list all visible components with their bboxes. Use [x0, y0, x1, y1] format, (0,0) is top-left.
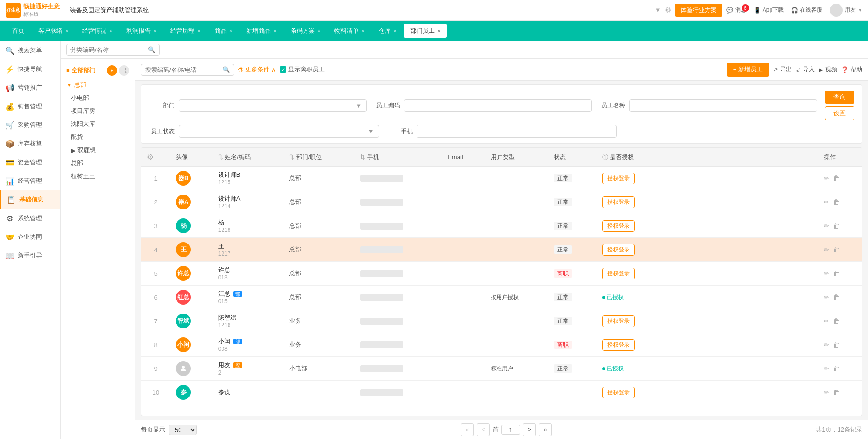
dropdown-arrow-icon[interactable]: ▼ — [655, 7, 661, 14]
sidebar-item-system[interactable]: ⚙ 系统管理 — [0, 209, 60, 228]
auth-login-button[interactable]: 授权登录 — [602, 196, 635, 208]
import-button[interactable]: ↙ 导入 — [796, 65, 815, 74]
dept-node-zongbu[interactable]: 总部 — [61, 157, 135, 170]
edit-icon[interactable]: ✏ — [824, 270, 829, 277]
edit-icon[interactable]: ✏ — [824, 365, 829, 372]
last-page-button[interactable]: » — [539, 423, 552, 436]
auth-login-button[interactable]: 授权登录 — [602, 220, 635, 232]
classify-search-icon[interactable]: 🔍 — [148, 46, 155, 53]
reset-button[interactable]: 设置 — [825, 106, 854, 120]
edit-icon[interactable]: ✏ — [824, 389, 829, 396]
more-filter-button[interactable]: ⚗ 更多条件 ∧ — [238, 65, 276, 74]
dept-node-shuanglu[interactable]: ▶ 双鹿想 — [61, 144, 135, 157]
delete-icon[interactable]: 🗑 — [833, 198, 840, 206]
auth-login-button[interactable]: 授权登录 — [602, 315, 635, 327]
delete-icon[interactable]: 🗑 — [833, 222, 840, 230]
sidebar-item-purchase[interactable]: 🛒 采购管理 — [0, 116, 60, 134]
dept-node-xiaodianzbu[interactable]: 小电部 — [61, 91, 135, 105]
sidebar-item-collab[interactable]: 🤝 企业协同 — [0, 228, 60, 246]
tab-goods[interactable]: 商品 × — [208, 24, 239, 38]
sidebar-item-finance[interactable]: 💳 资金管理 — [0, 153, 60, 172]
edit-icon[interactable]: ✏ — [824, 198, 829, 206]
per-page-select[interactable]: 50 100 — [169, 425, 197, 435]
delete-icon[interactable]: 🗑 — [833, 270, 840, 277]
tab-dept-staff[interactable]: 部门员工 × — [404, 24, 447, 38]
delete-icon[interactable]: 🗑 — [833, 317, 840, 325]
video-button[interactable]: ▶ 视频 — [819, 65, 837, 74]
query-button[interactable]: 查询 — [825, 91, 854, 104]
edit-icon[interactable]: ✏ — [824, 246, 829, 253]
first-page-button[interactable]: « — [461, 423, 474, 436]
edit-icon[interactable]: ✏ — [824, 341, 829, 348]
tab-barcode[interactable]: 条码方案 × — [284, 24, 327, 38]
next-page-button[interactable]: > — [523, 423, 536, 436]
dept-select[interactable]: ▼ — [179, 99, 367, 112]
tab-barcode-close[interactable]: × — [318, 28, 320, 34]
tab-warehouse[interactable]: 仓库 × — [372, 24, 403, 38]
auth-login-button[interactable]: 授权登录 — [602, 173, 635, 184]
main-search-input[interactable] — [145, 66, 220, 73]
tab-dept-staff-close[interactable]: × — [437, 28, 440, 34]
delete-icon[interactable]: 🗑 — [833, 341, 840, 348]
sidebar-item-quicknav[interactable]: ⚡ 快捷导航 — [0, 60, 60, 78]
tab-material[interactable]: 物料清单 × — [328, 24, 371, 38]
auth-login-button[interactable]: 授权登录 — [602, 339, 635, 351]
sidebar-item-business[interactable]: 📊 经营管理 — [0, 172, 60, 190]
sidebar-item-sales[interactable]: 💰 销售管理 — [0, 97, 60, 116]
sidebar-item-basic[interactable]: 📋 基础信息 — [0, 190, 60, 209]
auth-login-button[interactable]: 授权登录 — [602, 268, 635, 279]
tab-operation-close[interactable]: × — [109, 28, 112, 34]
export-button[interactable]: ↗ 导出 — [773, 65, 792, 74]
emp-code-input[interactable] — [404, 99, 592, 112]
add-employee-button[interactable]: + 新增员工 — [727, 63, 769, 77]
tab-goods-close[interactable]: × — [229, 28, 232, 34]
dept-collapse-button[interactable]: 《 — [119, 65, 129, 76]
tab-new-goods-close[interactable]: × — [273, 28, 276, 34]
dept-node-project[interactable]: 项目库房 — [61, 105, 135, 118]
sidebar-item-guide[interactable]: 📖 新手引导 — [0, 246, 60, 265]
tab-profit[interactable]: 利润报告 × — [120, 24, 163, 38]
settings-icon[interactable]: ⚙ — [665, 6, 671, 14]
emp-status-select[interactable]: ▼ — [179, 125, 379, 138]
tab-customer[interactable]: 客户联络 × — [32, 24, 75, 38]
delete-icon[interactable]: 🗑 — [833, 246, 840, 253]
dept-node-zongbu-parent[interactable]: ▼ 总部 — [61, 78, 135, 91]
delete-icon[interactable]: 🗑 — [833, 293, 840, 301]
edit-icon[interactable]: ✏ — [824, 222, 829, 230]
tab-journey-close[interactable]: × — [197, 28, 200, 34]
phone-input[interactable] — [417, 125, 617, 138]
tab-profit-close[interactable]: × — [153, 28, 156, 34]
show-resigned-checkbox[interactable]: ✓ 显示离职员工 — [280, 65, 325, 74]
page-number-input[interactable] — [501, 425, 520, 435]
tab-warehouse-close[interactable]: × — [394, 28, 396, 34]
user-menu[interactable]: 用友 ▼ — [830, 4, 862, 17]
delete-icon[interactable]: 🗑 — [833, 389, 840, 396]
tab-new-goods[interactable]: 新增商品 × — [240, 24, 283, 38]
main-search-icon[interactable]: 🔍 — [222, 66, 230, 73]
emp-name-input[interactable] — [629, 99, 817, 112]
dept-node-peihuo[interactable]: 配货 — [61, 131, 135, 144]
online-service-button[interactable]: 🎧 在线客服 — [791, 6, 822, 14]
delete-icon[interactable]: 🗑 — [833, 365, 840, 372]
tab-customer-close[interactable]: × — [65, 28, 68, 34]
dept-node-shenyang[interactable]: 沈阳大库 — [61, 118, 135, 131]
col-settings-icon[interactable]: ⚙ — [147, 153, 153, 161]
tab-material-close[interactable]: × — [361, 28, 364, 34]
auth-login-button[interactable]: 授权登录 — [602, 244, 635, 256]
classify-search-input[interactable] — [70, 46, 145, 53]
auth-login-button[interactable]: 授权登录 — [602, 387, 635, 398]
dept-node-zhishu[interactable]: 植树王三 — [61, 170, 135, 183]
experience-button[interactable]: 体验行业方案 — [675, 4, 722, 17]
edit-icon[interactable]: ✏ — [824, 293, 829, 301]
tab-journey[interactable]: 经营历程 × — [164, 24, 207, 38]
delete-icon[interactable]: 🗑 — [833, 174, 840, 182]
app-download-button[interactable]: 📱 App下载 — [754, 6, 784, 14]
sidebar-item-marketing[interactable]: 📢 营销推广 — [0, 78, 60, 97]
edit-icon[interactable]: ✏ — [824, 317, 829, 325]
sidebar-item-inventory[interactable]: 📦 库存核算 — [0, 134, 60, 153]
tab-operation[interactable]: 经营情况 × — [76, 24, 118, 38]
prev-page-button[interactable]: < — [477, 423, 490, 436]
edit-icon[interactable]: ✏ — [824, 174, 829, 182]
tab-home[interactable]: 首页 — [6, 24, 31, 38]
dept-add-button[interactable]: + — [107, 65, 117, 76]
